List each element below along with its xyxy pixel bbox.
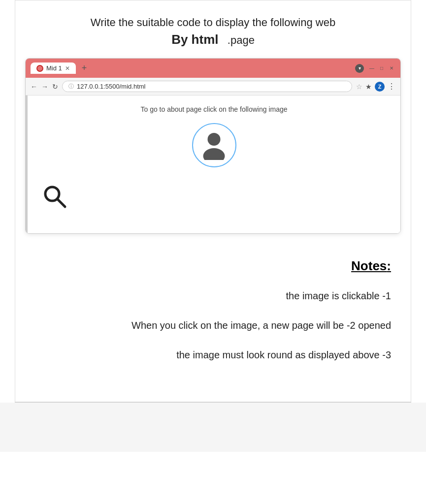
menu-icon[interactable]: ⋮ (388, 82, 395, 91)
search-icon (42, 184, 67, 213)
address-bar[interactable]: ⓘ 127.0.0.1:5500/mid.html (62, 81, 352, 92)
content-instruction-text: To go to about page click on the followi… (37, 105, 391, 113)
tab-favicon-icon (36, 65, 43, 72)
dropdown-icon[interactable]: ▾ (355, 64, 364, 73)
bookmark-icon[interactable]: ★ (365, 83, 372, 91)
nav-actions: ☆ ★ Z ⋮ (356, 82, 395, 92)
notes-section: :Notes the image is clickable -1 When yo… (25, 244, 401, 392)
browser-tab[interactable]: Mid 1 ✕ (31, 63, 76, 74)
note-item-1: the image is clickable -1 (35, 288, 391, 303)
lock-icon: ⓘ (68, 83, 74, 90)
instruction-block: Write the suitable code to display the f… (25, 15, 401, 48)
maximize-button[interactable]: □ (378, 64, 386, 72)
browser-mockup: Mid 1 ✕ + ▾ — □ ✕ ← → ↻ (25, 58, 401, 234)
page-container: Write the suitable code to display the f… (0, 0, 426, 504)
tab-close-icon[interactable]: ✕ (65, 65, 70, 72)
svg-line-3 (57, 199, 65, 207)
window-controls: ▾ — □ ✕ (355, 64, 395, 73)
browser-content: To go to about page click on the followi… (26, 95, 400, 233)
person-icon (200, 130, 228, 160)
bottom-section (0, 403, 426, 452)
browser-nav: ← → ↻ ⓘ 127.0.0.1:5500/mid.html ☆ ★ Z ⋮ (26, 78, 400, 95)
back-button[interactable]: ← (31, 83, 37, 91)
avatar-container (37, 123, 391, 167)
win-control-buttons: — □ ✕ (368, 64, 395, 72)
instruction-line1: Write the suitable code to display the f… (91, 16, 335, 29)
new-tab-button[interactable]: + (82, 63, 87, 73)
instruction-suffix: .page (228, 34, 255, 46)
minimize-button[interactable]: — (368, 64, 376, 72)
note-item-2: When you click on the image, a new page … (35, 318, 391, 333)
instruction-line2: By html (171, 32, 218, 47)
svg-point-1 (203, 148, 225, 160)
avatar-circle[interactable] (192, 123, 236, 167)
close-button[interactable]: ✕ (388, 64, 395, 72)
main-card: Write the suitable code to display the f… (15, 0, 411, 402)
user-avatar[interactable]: Z (375, 82, 385, 92)
tab-title: Mid 1 (46, 64, 62, 72)
forward-button[interactable]: → (41, 83, 48, 91)
svg-point-0 (208, 133, 221, 146)
bookmark-star-icon[interactable]: ☆ (356, 83, 362, 91)
refresh-button[interactable]: ↻ (52, 83, 58, 91)
browser-titlebar: Mid 1 ✕ + ▾ — □ ✕ (26, 59, 400, 78)
address-text: 127.0.0.1:5500/mid.html (77, 83, 145, 90)
notes-title: :Notes (35, 258, 391, 274)
note-item-3: the image must look round as displayed a… (35, 347, 391, 362)
